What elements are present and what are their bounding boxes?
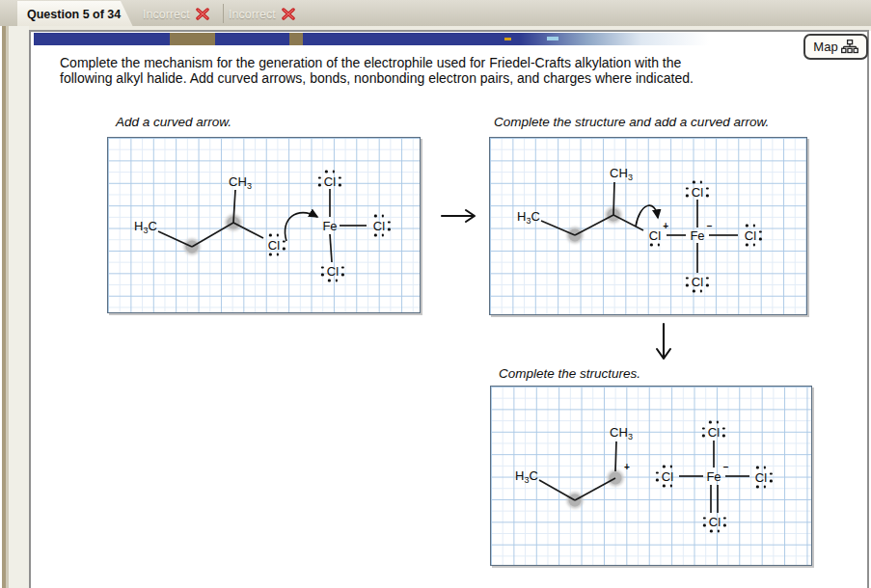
drawing-canvas-left[interactable]: H3C CH3 Cl Fe Cl Cl Cl <box>107 137 421 313</box>
electron-dot-pair <box>325 171 335 174</box>
electron-dot-pair <box>756 486 766 489</box>
question-text: Complete the mechanism for the generatio… <box>60 55 836 86</box>
atom-label-cl-cation[interactable]: Cl + <box>649 229 661 242</box>
atom-label-cl[interactable]: Cl <box>327 265 339 278</box>
atom-label-ch3[interactable]: CH3 <box>229 175 252 188</box>
tab-incorrect-1[interactable]: Incorrect <box>143 3 210 26</box>
bond-lines <box>490 138 808 316</box>
panel-label-left: Add a curved arrow. <box>116 115 231 129</box>
atom-label-h3c[interactable]: H3C <box>515 469 538 482</box>
charge-minus: − <box>723 463 729 472</box>
electron-dot-pair <box>374 234 384 237</box>
electron-dot-pair <box>722 427 725 437</box>
tab-incorrect-2-label: Incorrect <box>229 8 276 21</box>
toolbar-segment <box>289 33 303 45</box>
toolbar-segment <box>504 38 511 40</box>
panel-label-bottom: Complete the structures. <box>499 366 640 381</box>
electron-dot-pair <box>318 176 321 186</box>
charge-minus: − <box>707 222 713 231</box>
atom-label-fe[interactable]: Fe <box>322 220 337 232</box>
right-arrow <box>438 206 480 226</box>
atom-vertex-highlight[interactable] <box>569 229 582 242</box>
charge-plus: + <box>624 463 630 472</box>
drawing-canvas-bottom[interactable]: H3C CH3 + Cl Fe − Cl Cl Cl <box>490 386 812 566</box>
atom-label-cl[interactable]: Cl <box>755 471 767 484</box>
atom-vertex-highlight[interactable] <box>228 217 240 229</box>
toolbar-segment <box>547 37 558 40</box>
electron-dot-pair <box>686 187 689 197</box>
electron-dot-pair <box>339 176 341 186</box>
atom-label-h3c[interactable]: H3C <box>134 220 157 232</box>
atom-label-cl[interactable]: Cl <box>692 186 703 199</box>
left-gutter <box>0 26 29 588</box>
electron-dot-pair <box>706 277 709 286</box>
sitemap-icon <box>841 40 858 54</box>
electron-dot-pair <box>706 187 709 197</box>
toolbar-segment <box>170 33 215 45</box>
electron-dot-pair <box>709 421 719 424</box>
atom-label-cl[interactable]: Cl <box>709 516 721 528</box>
atom-vertex-highlight[interactable] <box>569 494 582 507</box>
atom-label-fe-anion[interactable]: Fe − <box>706 470 721 483</box>
screen: Question 5 of 34 Incorrect Incorrect Map <box>0 0 871 588</box>
electron-dot-pair <box>710 530 720 533</box>
drawing-canvas-right[interactable]: H3C CH3 Cl + Fe − Cl Cl Cl <box>489 137 807 315</box>
electron-dot-pair <box>746 244 755 247</box>
applet-toolbar <box>34 33 709 45</box>
electron-dot-pair <box>663 466 672 468</box>
electron-dot-pair <box>686 277 689 286</box>
atom-label-ch3[interactable]: CH3 <box>610 167 633 179</box>
electron-dot-pair <box>374 215 384 218</box>
red-x-icon <box>282 8 296 21</box>
electron-dot-pair <box>723 517 726 526</box>
atom-vertex-highlight[interactable] <box>610 472 622 485</box>
electron-dot-pair <box>770 472 773 482</box>
tab-bar: Question 5 of 34 Incorrect Incorrect <box>0 0 871 28</box>
tab-question-label: Question 5 of 34 <box>27 8 121 21</box>
atom-label-cl[interactable]: Cl <box>708 426 720 439</box>
electron-dot-pair <box>283 240 286 250</box>
question-line-1: Complete the mechanism for the generatio… <box>60 55 836 70</box>
atom-label-cl[interactable]: Cl <box>745 229 756 242</box>
electron-dot-pair <box>388 221 391 230</box>
map-button-label: Map <box>813 40 837 54</box>
panel-label-right: Complete the structure and add a curved … <box>494 115 769 129</box>
electron-dot-pair <box>321 266 324 276</box>
atom-label-cl[interactable]: Cl <box>268 239 280 252</box>
atom-vertex-highlight[interactable] <box>608 209 620 222</box>
atom-label-h3c[interactable]: H3C <box>517 210 540 223</box>
electron-dot-pair <box>693 290 702 293</box>
electron-dot-pair <box>328 280 338 282</box>
electron-dot-pair <box>269 254 279 256</box>
electron-dot-pair <box>702 427 705 437</box>
red-x-icon <box>196 8 210 21</box>
atom-label-cl[interactable]: Cl <box>373 220 385 232</box>
electron-dot-pair <box>703 517 706 526</box>
tab-separator <box>223 4 224 23</box>
down-arrow <box>652 320 675 364</box>
question-line-2: following alkyl halide. Add curved arrow… <box>60 70 836 86</box>
atom-label-cl[interactable]: Cl <box>662 470 673 483</box>
electron-dot-pair <box>656 471 659 481</box>
electron-dot-pair <box>759 230 762 240</box>
atom-label-cl[interactable]: Cl <box>324 175 336 188</box>
atom-label-ch3[interactable]: CH3 <box>610 426 633 439</box>
atom-label-cl[interactable]: Cl <box>692 276 703 288</box>
tab-incorrect-2[interactable]: Incorrect <box>229 3 296 26</box>
electron-dot-pair <box>693 181 702 184</box>
atom-vertex-highlight[interactable] <box>186 241 199 254</box>
electron-dot-pair <box>746 225 755 227</box>
charge-plus: + <box>663 222 668 231</box>
electron-dot-pair <box>756 467 766 469</box>
atom-label-fe-anion[interactable]: Fe − <box>690 229 704 242</box>
electron-dot-pair <box>341 266 344 276</box>
tab-question[interactable]: Question 5 of 34 <box>17 1 133 27</box>
tab-incorrect-1-label: Incorrect <box>143 8 190 21</box>
electron-dot-pair <box>650 244 660 247</box>
electron-dot-pair <box>663 485 672 488</box>
curved-electron-arrow[interactable] <box>490 138 808 316</box>
electron-dot-pair <box>269 234 279 237</box>
